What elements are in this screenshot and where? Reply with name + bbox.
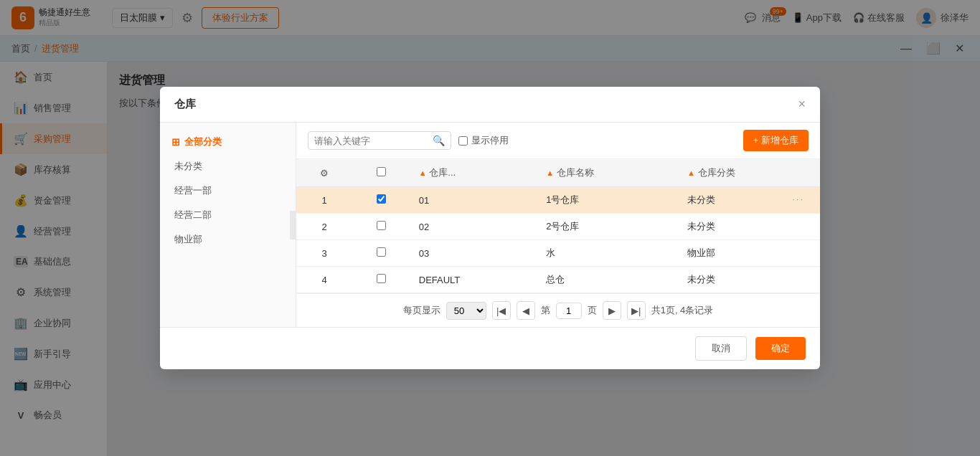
row-name: 总仓	[537, 267, 679, 293]
row-index: 2	[296, 214, 352, 240]
category-panel: ⊞ 全部分类 未分类 经营一部 经营二部 物业部 《	[160, 123, 296, 327]
modal-body: ⊞ 全部分类 未分类 经营一部 经营二部 物业部 《 🔍	[160, 123, 820, 327]
row-name: 1号仓库	[537, 187, 679, 214]
show-disabled-check[interactable]	[458, 136, 468, 146]
page-suffix: 页	[588, 304, 597, 317]
modal-overlay: 仓库 × ⊞ 全部分类 未分类 经营一部 经营二部 物业部 《	[0, 0, 980, 456]
row-category: 未分类	[679, 267, 820, 293]
row-actions-btn[interactable]: ···	[792, 194, 804, 204]
sort-icon-cat[interactable]: ▲	[687, 168, 695, 177]
th-code: ▲ 仓库...	[410, 159, 537, 187]
all-category-item[interactable]: ⊞ 全部分类	[160, 130, 296, 154]
modal-footer: 取消 确定	[160, 327, 820, 369]
category-item-2[interactable]: 经营二部	[160, 203, 296, 227]
modal-title: 仓库	[174, 98, 196, 111]
show-disabled-checkbox[interactable]: 显示停用	[458, 134, 509, 147]
row-code: 01	[410, 187, 537, 214]
sort-icon[interactable]: ▲	[419, 168, 427, 177]
prev-page-btn[interactable]: ◀	[517, 301, 535, 320]
right-toolbar: 🔍 显示停用 + 新增仓库	[296, 123, 820, 159]
search-box: 🔍	[308, 131, 451, 150]
category-item-1[interactable]: 经营一部	[160, 179, 296, 203]
search-icon[interactable]: 🔍	[433, 135, 445, 146]
th-settings: ⚙	[296, 159, 352, 187]
grid-icon: ⊞	[171, 136, 180, 148]
category-item-3[interactable]: 物业部	[160, 227, 296, 252]
table-row[interactable]: 1 01 1号仓库 未分类 ···	[296, 187, 820, 214]
warehouse-table-wrap: ⚙ ▲ 仓库... ▲	[296, 159, 820, 293]
th-name: ▲ 仓库名称	[537, 159, 679, 187]
row-checkbox[interactable]	[352, 187, 410, 214]
category-item-0[interactable]: 未分类	[160, 154, 296, 179]
collapse-panel-btn[interactable]: 《	[290, 211, 296, 239]
row-code: 03	[410, 240, 537, 267]
add-warehouse-btn[interactable]: + 新增仓库	[743, 130, 809, 151]
row-checkbox[interactable]	[352, 214, 410, 240]
total-info: 共1页, 4条记录	[651, 304, 714, 317]
table-header-row: ⚙ ▲ 仓库... ▲	[296, 159, 820, 187]
first-page-btn[interactable]: |◀	[492, 301, 511, 320]
warehouse-modal: 仓库 × ⊞ 全部分类 未分类 经营一部 经营二部 物业部 《	[160, 87, 820, 369]
next-page-btn[interactable]: ▶	[603, 301, 621, 320]
th-checkbox	[352, 159, 410, 187]
row-category: 未分类 ···	[679, 187, 820, 214]
row-name: 水	[537, 240, 679, 267]
per-page-label: 每页显示	[403, 304, 440, 317]
last-page-btn[interactable]: ▶|	[627, 301, 646, 320]
sort-icon-name[interactable]: ▲	[546, 168, 554, 177]
settings-col-icon: ⚙	[320, 168, 329, 179]
all-category-label: 全部分类	[184, 136, 222, 148]
right-panel: 🔍 显示停用 + 新增仓库 ⚙	[296, 123, 820, 327]
modal-close-btn[interactable]: ×	[798, 97, 806, 112]
pagination-bar: 每页显示 50 20 100 |◀ ◀ 第 页 ▶ ▶| 共1页, 4条记录	[296, 293, 820, 327]
table-row[interactable]: 4 DEFAULT 总仓 未分类	[296, 267, 820, 293]
table-body: 1 01 1号仓库 未分类 ··· 2 02 2号仓库 未分类 3 03 水 物…	[296, 187, 820, 293]
row-checkbox[interactable]	[352, 267, 410, 293]
row-index: 3	[296, 240, 352, 267]
row-index: 1	[296, 187, 352, 214]
row-code: 02	[410, 214, 537, 240]
row-category: 未分类	[679, 214, 820, 240]
page-number-input[interactable]	[556, 303, 582, 319]
table-row[interactable]: 3 03 水 物业部	[296, 240, 820, 267]
row-index: 4	[296, 267, 352, 293]
modal-header: 仓库 ×	[160, 87, 820, 123]
row-category: 物业部	[679, 240, 820, 267]
confirm-btn[interactable]: 确定	[755, 337, 806, 360]
select-all-checkbox[interactable]	[377, 167, 386, 176]
page-label: 第	[541, 304, 550, 317]
row-code: DEFAULT	[410, 267, 537, 293]
th-category: ▲ 仓库分类	[679, 159, 820, 187]
row-checkbox[interactable]	[352, 240, 410, 267]
search-input[interactable]	[314, 136, 433, 146]
warehouse-table: ⚙ ▲ 仓库... ▲	[296, 159, 820, 293]
cancel-btn[interactable]: 取消	[695, 336, 747, 361]
table-row[interactable]: 2 02 2号仓库 未分类	[296, 214, 820, 240]
show-disabled-label: 显示停用	[471, 134, 509, 147]
per-page-select[interactable]: 50 20 100	[446, 302, 486, 320]
row-name: 2号仓库	[537, 214, 679, 240]
